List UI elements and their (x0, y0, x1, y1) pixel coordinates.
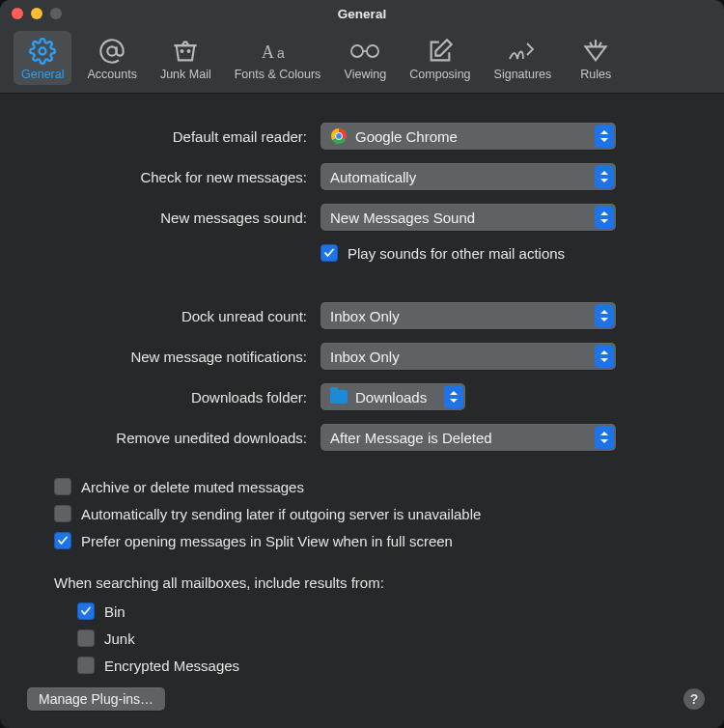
select-value: Google Chrome (355, 128, 458, 145)
rules-icon (582, 37, 609, 66)
label-sound: New messages sound: (27, 210, 307, 226)
select-value: Automatically (330, 169, 416, 185)
at-icon (98, 37, 125, 66)
svg-point-6 (351, 45, 363, 57)
label-default-reader: Default email reader: (27, 128, 307, 145)
checkbox-retry-send[interactable] (54, 505, 71, 522)
search-options: When searching all mailboxes, include re… (27, 574, 697, 674)
zoom-window-button[interactable] (50, 8, 62, 19)
svg-point-1 (108, 46, 117, 55)
select-sound[interactable]: New Messages Sound (320, 204, 616, 231)
svg-point-0 (40, 48, 46, 55)
checkbox-label: Play sounds for other mail actions (348, 245, 565, 262)
traffic-lights (0, 8, 62, 19)
dropdown-stepper-icon (595, 426, 614, 449)
checkbox-label: Bin (104, 603, 125, 620)
font-icon: Aa (262, 37, 294, 66)
dropdown-stepper-icon (444, 385, 463, 408)
window-title: General (0, 7, 724, 21)
tab-accounts[interactable]: Accounts (79, 31, 144, 85)
manage-plugins-button[interactable]: Manage Plug-ins… (27, 687, 165, 711)
tab-fonts-colours[interactable]: Aa Fonts & Colours (227, 31, 329, 85)
settings-form: Default email reader: Google Chrome Chec… (27, 123, 697, 451)
checkbox-label: Junk (104, 630, 135, 647)
compose-icon (427, 37, 454, 66)
checkbox-search-encrypted[interactable] (77, 657, 95, 674)
tab-signatures[interactable]: Signatures (487, 31, 560, 85)
dropdown-stepper-icon (595, 345, 614, 368)
checkbox-label: Archive or delete muted messages (81, 479, 304, 495)
select-value: Inbox Only (330, 308, 400, 324)
checkbox-label: Encrypted Messages (104, 658, 239, 674)
search-heading: When searching all mailboxes, include re… (54, 574, 697, 591)
tab-label: Signatures (494, 68, 552, 81)
checkbox-play-sounds[interactable] (320, 244, 338, 262)
checkbox-search-bin[interactable] (77, 602, 95, 620)
help-button[interactable]: ? (683, 688, 705, 710)
select-value: Inbox Only (330, 349, 400, 365)
behaviour-options: Archive or delete muted messages Automat… (27, 478, 697, 549)
label-notifications: New message notifications: (27, 349, 307, 365)
label-downloads: Downloads folder: (27, 389, 307, 406)
checkbox-label: Prefer opening messages in Split View wh… (81, 533, 453, 549)
tab-composing[interactable]: Composing (402, 31, 478, 85)
gear-icon (29, 37, 56, 66)
tab-general[interactable]: General (14, 31, 71, 85)
dropdown-stepper-icon (595, 304, 614, 327)
trash-icon (172, 37, 199, 66)
titlebar: General (0, 0, 724, 27)
general-pane: Default email reader: Google Chrome Chec… (0, 94, 724, 693)
select-dock-count[interactable]: Inbox Only (320, 302, 616, 329)
row-search-bin: Bin (77, 602, 697, 620)
checkbox-search-junk[interactable] (77, 630, 95, 647)
svg-point-2 (181, 50, 183, 52)
tab-label: Rules (580, 68, 611, 81)
tab-label: Fonts & Colours (235, 68, 321, 81)
row-retry-send: Automatically try sending later if outgo… (54, 505, 697, 522)
svg-point-3 (188, 50, 190, 52)
checkbox-split-view[interactable] (54, 532, 71, 549)
row-archive-muted: Archive or delete muted messages (54, 478, 697, 495)
signature-icon (508, 37, 537, 66)
select-value: New Messages Sound (330, 210, 475, 226)
preferences-toolbar: General Accounts Junk Mail Aa Fonts & Co… (0, 27, 724, 94)
preferences-window: General General Accounts Junk Mail Aa Fo (0, 0, 724, 728)
select-value: After Message is Deleted (330, 430, 492, 446)
select-value: Downloads (355, 389, 427, 406)
tab-rules[interactable]: Rules (567, 31, 625, 85)
chrome-icon (330, 127, 348, 145)
footer: Manage Plug-ins… ? (27, 687, 705, 711)
svg-text:a: a (277, 45, 285, 61)
folder-icon (330, 388, 348, 406)
tab-viewing[interactable]: Viewing (336, 31, 394, 85)
select-remove-downloads[interactable]: After Message is Deleted (320, 424, 616, 451)
dropdown-stepper-icon (595, 206, 614, 229)
dropdown-stepper-icon (595, 165, 614, 188)
row-search-junk: Junk (77, 630, 697, 647)
tab-label: Composing (409, 68, 470, 81)
close-window-button[interactable] (12, 8, 23, 19)
label-dock-count: Dock unread count: (27, 308, 307, 324)
checkbox-archive-muted[interactable] (54, 478, 71, 495)
tab-label: Viewing (345, 68, 387, 81)
tab-label: Junk Mail (160, 68, 211, 81)
label-check-messages: Check for new messages: (27, 169, 307, 185)
select-check-messages[interactable]: Automatically (320, 163, 616, 190)
tab-label: Accounts (87, 68, 136, 81)
select-downloads-folder[interactable]: Downloads (320, 383, 465, 410)
checkbox-label: Automatically try sending later if outgo… (81, 506, 481, 522)
svg-point-7 (367, 45, 378, 57)
row-play-sounds: Play sounds for other mail actions (320, 244, 697, 262)
glasses-icon (348, 37, 381, 66)
svg-text:A: A (262, 42, 274, 62)
select-notifications[interactable]: Inbox Only (320, 343, 616, 370)
dropdown-stepper-icon (595, 125, 614, 148)
tab-label: General (21, 68, 64, 81)
tab-junk-mail[interactable]: Junk Mail (153, 31, 219, 85)
minimize-window-button[interactable] (31, 8, 42, 19)
label-remove-downloads: Remove unedited downloads: (27, 430, 307, 446)
row-search-encrypted: Encrypted Messages (77, 657, 697, 674)
row-split-view: Prefer opening messages in Split View wh… (54, 532, 697, 549)
select-default-reader[interactable]: Google Chrome (320, 123, 616, 150)
